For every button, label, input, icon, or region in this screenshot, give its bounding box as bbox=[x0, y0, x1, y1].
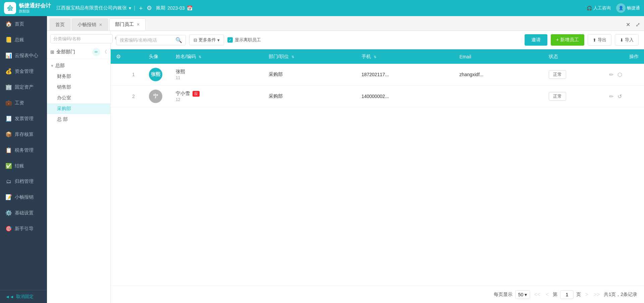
sidebar-item-invoice[interactable]: 🧾 发票管理 bbox=[0, 111, 47, 127]
close-tab-icon[interactable]: ✕ bbox=[625, 20, 632, 29]
page-total: 共1页，2条记录 bbox=[604, 292, 637, 298]
tab-label-home: 首页 bbox=[55, 22, 65, 28]
status-badge: 正常 bbox=[549, 70, 566, 79]
dept-tree-sales[interactable]: 销售部 bbox=[47, 82, 110, 93]
page-number-input[interactable] bbox=[560, 290, 574, 299]
dept-tree-hq[interactable]: 总 部 bbox=[47, 114, 110, 125]
period-selector[interactable]: 账期 2023-03 📅 bbox=[156, 5, 192, 11]
employee-table: ⚙ 头像 姓名/编码 ⇅ 部门/职位 ⇅ bbox=[111, 49, 644, 107]
inventory-icon: 📦 bbox=[5, 131, 12, 138]
edit-icon[interactable]: ✏ bbox=[609, 71, 613, 78]
search-input[interactable] bbox=[120, 38, 173, 43]
col-name[interactable]: 姓名/编码 ⇅ bbox=[170, 49, 263, 64]
row-gear bbox=[111, 86, 127, 107]
col-dept[interactable]: 部门/职位 ⇅ bbox=[263, 49, 356, 64]
import-label: 导入 bbox=[625, 37, 634, 43]
dept-search-input[interactable] bbox=[50, 34, 113, 43]
sidebar-item-inventory[interactable]: 📦 库存核算 bbox=[0, 127, 47, 142]
checkbox-box[interactable]: ✓ bbox=[227, 37, 233, 43]
sidebar-item-assets[interactable]: 🏢 固定资产 bbox=[0, 79, 47, 95]
reports-icon: 📊 bbox=[5, 52, 12, 59]
company-selector[interactable]: 江西服宝精品有限责任公司内账张 ▾ bbox=[56, 5, 131, 11]
tab-dept[interactable]: 部门员工✕ bbox=[109, 18, 146, 31]
sidebar-item-closing[interactable]: ✅ 结账 bbox=[0, 158, 47, 174]
tab-close-dept[interactable]: ✕ bbox=[137, 22, 140, 27]
sidebar-item-ledger[interactable]: 📒 总账 bbox=[0, 32, 47, 48]
headset-icon: 🎧 bbox=[587, 6, 592, 11]
filter-icon: ⊟ bbox=[194, 38, 197, 43]
expand-tab-icon[interactable]: ⤢ bbox=[634, 20, 641, 29]
avatar-circle: 宁 bbox=[149, 90, 162, 103]
period-value: 2023-03 bbox=[167, 5, 184, 11]
import-button[interactable]: ⬇ 导入 bbox=[615, 34, 639, 46]
sidebar-item-home[interactable]: 🏠 首页 bbox=[0, 16, 47, 32]
tab-home[interactable]: 首页 bbox=[50, 18, 70, 31]
dept-tree-finance[interactable]: 财务部 bbox=[47, 71, 110, 82]
col-gear: ⚙ bbox=[111, 49, 127, 64]
sidebar-item-settings[interactable]: ⚙️ 基础设置 bbox=[0, 205, 47, 221]
search-box[interactable]: 🔍 bbox=[116, 35, 186, 45]
col-phone-label: 手机 bbox=[362, 54, 371, 59]
dept-tree-label-finance: 财务部 bbox=[57, 73, 71, 80]
tab-label-dept: 部门员工 bbox=[115, 21, 134, 28]
sidebar-label-expense: 小畅报销 bbox=[15, 194, 34, 200]
add-employee-button[interactable]: + 新增员工 bbox=[551, 34, 584, 46]
settings-icon[interactable]: ⚙ bbox=[147, 4, 152, 12]
col-phone[interactable]: 手机 ⇅ bbox=[356, 49, 454, 64]
sidebar-item-funds[interactable]: 💰 资金管理 bbox=[0, 63, 47, 79]
consult-label: 人工咨询 bbox=[593, 5, 611, 11]
sidebar-item-payroll[interactable]: 💼 工资 bbox=[0, 95, 47, 111]
tab-expense[interactable]: 小畅报销✕ bbox=[72, 18, 108, 31]
row-status: 正常 bbox=[543, 86, 604, 107]
dept-edit-button[interactable]: ✏ bbox=[92, 48, 100, 56]
dept-tree-label-sales: 销售部 bbox=[57, 84, 71, 90]
col-actions: 操作 bbox=[604, 49, 644, 64]
first-page-button[interactable]: << bbox=[533, 291, 542, 298]
dept-collapse-icon[interactable]: 《 bbox=[102, 49, 107, 55]
table-header: ⚙ 头像 姓名/编码 ⇅ 部门/职位 ⇅ bbox=[111, 49, 644, 64]
prev-page-button[interactable]: < bbox=[544, 291, 550, 298]
sort-icon: ⇅ bbox=[374, 55, 376, 59]
export-button[interactable]: ⬆ 导出 bbox=[588, 34, 611, 46]
column-settings-button[interactable]: ⚙ bbox=[116, 53, 121, 60]
delete-icon[interactable]: ⬡ bbox=[618, 71, 622, 78]
invite-button[interactable]: 邀请 bbox=[525, 34, 547, 46]
sidebar-footer-unpin[interactable]: ◄◄ 取消固定 bbox=[0, 290, 47, 303]
edit-icon[interactable]: ✏ bbox=[609, 93, 613, 100]
dept-tree-label-office: 办公室 bbox=[57, 95, 71, 101]
show-resigned-checkbox[interactable]: ✓ 显示离职员工 bbox=[227, 37, 261, 43]
sidebar-label-home: 首页 bbox=[15, 21, 24, 27]
show-resigned-label: 显示离职员工 bbox=[235, 37, 261, 43]
sidebar-item-archive[interactable]: 🗂 归档管理 bbox=[0, 174, 47, 189]
col-avatar: 头像 bbox=[144, 49, 170, 64]
logo-icon: 会 bbox=[4, 2, 16, 14]
delete-icon[interactable]: ↺ bbox=[618, 93, 622, 100]
consult-button[interactable]: 🎧 人工咨询 bbox=[587, 5, 611, 11]
dept-tree-purchase[interactable]: 采购部 bbox=[47, 103, 110, 114]
sidebar-label-guide: 新手引导 bbox=[15, 226, 34, 232]
header-separator: | bbox=[134, 5, 135, 11]
assets-icon: 🏢 bbox=[5, 84, 12, 90]
emp-code: 12 bbox=[176, 97, 258, 102]
tab-close-expense[interactable]: ✕ bbox=[99, 22, 102, 27]
filter-label: 更多条件 bbox=[199, 37, 216, 43]
last-page-button[interactable]: >> bbox=[592, 291, 601, 298]
next-page-button[interactable]: > bbox=[584, 291, 589, 298]
sidebar-label-tax: 税务管理 bbox=[15, 147, 34, 153]
dept-tree-office[interactable]: 办公室 bbox=[47, 93, 110, 103]
all-dept-row[interactable]: ⊞ 全部部门 ✏ 《 bbox=[47, 45, 110, 59]
sidebar-item-expense[interactable]: 📝 小畅报销 bbox=[0, 189, 47, 205]
emp-code: 11 bbox=[176, 75, 258, 80]
filter-button[interactable]: ⊟ 更多条件 ▾ bbox=[189, 35, 224, 45]
archive-icon: 🗂 bbox=[5, 179, 12, 185]
sidebar-item-guide[interactable]: 🎯 新手引导 bbox=[0, 221, 47, 237]
dept-search-area: 🔍 bbox=[47, 31, 110, 45]
row-email: zhangxidf... bbox=[454, 64, 543, 86]
user-profile[interactable]: 👤 畅捷通 bbox=[616, 3, 640, 13]
add-book-icon[interactable]: ＋ bbox=[138, 4, 144, 12]
sidebar-item-tax[interactable]: 📋 税务管理 bbox=[0, 142, 47, 158]
per-page-select[interactable]: 50 ▾ bbox=[515, 290, 530, 299]
dept-tree-general[interactable]: ▼总部 bbox=[47, 60, 110, 71]
pagination-bar: 每页显示 50 ▾ << < 第 页 > >> 共1页，2条记录 bbox=[111, 286, 644, 303]
sidebar-item-reports[interactable]: 📊 云报表中心 bbox=[0, 48, 47, 63]
